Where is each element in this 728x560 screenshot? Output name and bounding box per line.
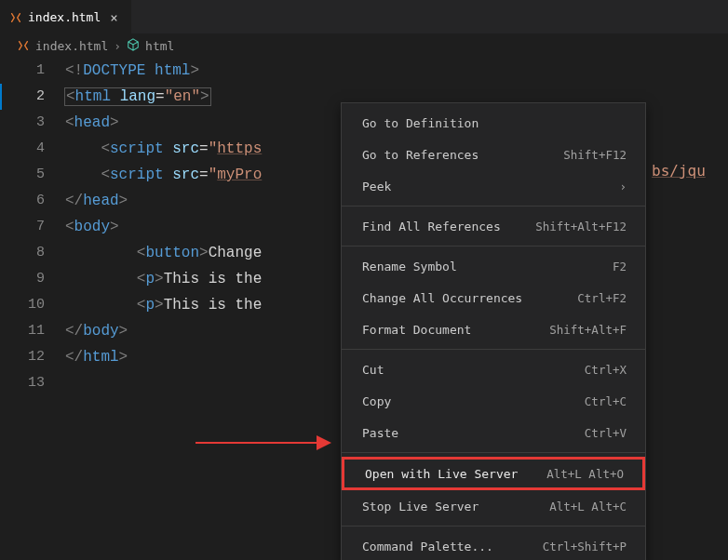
menu-item-shortcut: Ctrl+X (585, 363, 627, 377)
line-number: 10 (0, 292, 65, 318)
line-number: 3 (0, 110, 65, 136)
menu-item-label: Format Document (362, 323, 471, 337)
context-menu: Go to DefinitionGo to ReferencesShift+F1… (341, 102, 646, 560)
menu-item-cut[interactable]: CutCtrl+X (342, 353, 645, 385)
html-file-icon (9, 11, 22, 24)
breadcrumb-symbol[interactable]: html (145, 39, 174, 53)
line-number: 1 (0, 58, 65, 84)
symbol-icon (127, 38, 140, 54)
menu-item-change-all-occurrences[interactable]: Change All OccurrencesCtrl+F2 (342, 282, 645, 313)
menu-separator (342, 246, 645, 247)
menu-item-go-to-definition[interactable]: Go to Definition (342, 107, 645, 139)
menu-item-label: Go to References (362, 148, 479, 162)
menu-item-shortcut: Ctrl+C (585, 394, 627, 408)
line-number: 12 (0, 344, 65, 370)
menu-separator (342, 526, 645, 527)
code-line: 1<!DOCTYPE html> (0, 58, 728, 84)
menu-separator (342, 452, 645, 453)
line-number: 9 (0, 266, 65, 292)
menu-item-shortcut: Shift+Alt+F (549, 323, 627, 337)
line-number: 7 (0, 214, 65, 240)
menu-item-label: Go to Definition (362, 116, 479, 130)
menu-item-label: Command Palette... (362, 540, 493, 553)
tab-bar: index.html × (0, 0, 728, 33)
menu-item-label: Rename Symbol (362, 260, 457, 273)
menu-item-label: Copy (362, 394, 391, 408)
breadcrumb-file[interactable]: index.html (35, 39, 108, 53)
code-overflow-text: bs/jqu (652, 162, 706, 180)
menu-item-shortcut: Ctrl+F2 (577, 291, 627, 305)
line-number: 11 (0, 318, 65, 344)
menu-item-label: Cut (362, 363, 384, 377)
menu-item-paste[interactable]: PasteCtrl+V (342, 417, 645, 448)
menu-item-label: Change All Occurrences (362, 291, 522, 305)
menu-item-shortcut: Shift+F12 (563, 148, 627, 162)
chevron-right-icon: › (114, 39, 121, 53)
menu-item-copy[interactable]: CopyCtrl+C (342, 385, 645, 417)
menu-item-label: Find All References (362, 220, 501, 233)
line-number: 6 (0, 188, 65, 214)
line-number: 2 (0, 84, 65, 110)
menu-item-label: Stop Live Server (362, 500, 479, 513)
line-number: 4 (0, 136, 65, 162)
html-file-icon (17, 39, 30, 52)
annotation-arrow (195, 433, 335, 452)
menu-item-find-all-references[interactable]: Find All ReferencesShift+Alt+F12 (342, 210, 645, 242)
menu-item-label: Peek (362, 180, 391, 193)
menu-item-command-palette[interactable]: Command Palette...Ctrl+Shift+P (342, 530, 645, 560)
menu-item-stop-live-server[interactable]: Stop Live ServerAlt+L Alt+C (342, 490, 645, 522)
menu-item-shortcut: Alt+L Alt+C (549, 500, 627, 513)
close-icon[interactable]: × (106, 10, 121, 25)
line-number: 13 (0, 370, 65, 396)
menu-item-shortcut: F2 (613, 260, 627, 273)
menu-item-shortcut: Ctrl+V (585, 426, 627, 440)
tab-label: index.html (28, 10, 101, 24)
breadcrumb: index.html › html (0, 33, 728, 58)
menu-item-label: Paste (362, 426, 398, 440)
menu-separator (342, 206, 645, 207)
menu-item-shortcut: Shift+Alt+F12 (535, 220, 627, 233)
chevron-right-icon: › (619, 180, 627, 193)
menu-item-open-with-live-server[interactable]: Open with Live ServerAlt+L Alt+O (342, 457, 645, 490)
menu-item-format-document[interactable]: Format DocumentShift+Alt+F (342, 313, 645, 345)
menu-item-shortcut: Ctrl+Shift+P (543, 540, 627, 553)
line-number: 8 (0, 240, 65, 266)
menu-item-peek[interactable]: Peek› (342, 170, 645, 202)
line-number: 5 (0, 162, 65, 188)
tab-index-html[interactable]: index.html × (0, 0, 131, 33)
menu-item-label: Open with Live Server (365, 467, 518, 481)
menu-item-go-to-references[interactable]: Go to ReferencesShift+F12 (342, 139, 645, 170)
menu-item-shortcut: Alt+L Alt+O (546, 467, 624, 481)
menu-separator (342, 349, 645, 350)
menu-item-rename-symbol[interactable]: Rename SymbolF2 (342, 250, 645, 282)
